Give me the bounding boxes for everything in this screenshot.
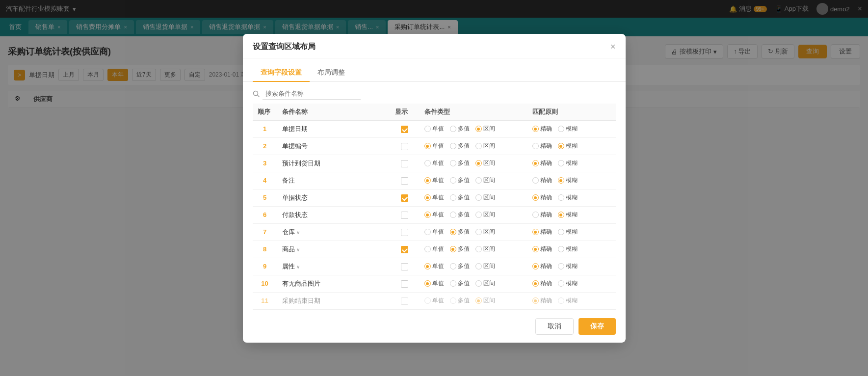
match-radio-item[interactable]: 模糊 <box>558 262 578 270</box>
modal-search-area <box>243 82 626 104</box>
cell-name: 单据状态 <box>277 189 390 206</box>
type-radio-item[interactable]: 多值 <box>450 125 470 133</box>
type-radio-item[interactable]: 多值 <box>450 159 470 167</box>
cancel-btn[interactable]: 取消 <box>535 318 574 335</box>
show-checkbox[interactable] <box>401 229 408 236</box>
type-radio-item[interactable]: 多值 <box>450 176 470 185</box>
show-checkbox[interactable] <box>401 160 408 167</box>
radio-circle <box>475 194 482 201</box>
cell-show[interactable] <box>390 172 420 189</box>
show-checkbox[interactable] <box>401 280 408 288</box>
modal-overlay[interactable]: 设置查询区域布局 × 查询字段设置 布局调整 顺 <box>0 0 868 376</box>
type-radio-item[interactable]: 多值 <box>450 245 470 253</box>
radio-label: 单值 <box>432 142 444 150</box>
type-radio-item[interactable]: 区间 <box>475 176 495 185</box>
type-radio-item[interactable]: 多值 <box>450 211 470 219</box>
match-radio-item[interactable]: 精确 <box>532 159 552 167</box>
match-radio-item[interactable]: 精确 <box>532 245 552 253</box>
radio-label: 区间 <box>483 279 495 288</box>
type-radio-item[interactable]: 区间 <box>475 193 495 202</box>
match-radio-item[interactable]: 模糊 <box>558 279 578 288</box>
match-radio-item[interactable]: 精确 <box>532 296 552 305</box>
type-radio-item[interactable]: 单值 <box>424 228 444 236</box>
radio-label: 多值 <box>458 125 470 133</box>
type-radio-item[interactable]: 单值 <box>424 262 444 270</box>
type-radio-item[interactable]: 单值 <box>424 159 444 167</box>
save-btn[interactable]: 保存 <box>579 318 616 335</box>
match-radio-item[interactable]: 模糊 <box>558 211 578 219</box>
show-checkbox[interactable] <box>401 126 408 133</box>
type-radio-item[interactable]: 单值 <box>424 296 444 305</box>
show-checkbox[interactable] <box>401 177 408 185</box>
type-radio-item[interactable]: 区间 <box>475 211 495 219</box>
type-radio-item[interactable]: 单值 <box>424 142 444 150</box>
show-checkbox[interactable] <box>401 246 408 253</box>
match-radio-item[interactable]: 模糊 <box>558 159 578 167</box>
match-radio-item[interactable]: 精确 <box>532 211 552 219</box>
type-radio-item[interactable]: 区间 <box>475 262 495 270</box>
type-radio-item[interactable]: 单值 <box>424 125 444 133</box>
type-radio-item[interactable]: 单值 <box>424 176 444 185</box>
cell-name: 有无商品图片 <box>277 275 390 292</box>
type-radio-item[interactable]: 单值 <box>424 193 444 202</box>
type-radio-item[interactable]: 区间 <box>475 279 495 288</box>
radio-label: 模糊 <box>566 262 578 270</box>
match-radio-item[interactable]: 精确 <box>532 142 552 150</box>
type-radio-item[interactable]: 单值 <box>424 211 444 219</box>
show-checkbox[interactable] <box>401 263 408 270</box>
cell-show[interactable] <box>390 292 420 309</box>
show-checkbox[interactable] <box>401 212 408 219</box>
type-radio-item[interactable]: 多值 <box>450 193 470 202</box>
match-radio-item[interactable]: 模糊 <box>558 245 578 253</box>
match-radio-item[interactable]: 模糊 <box>558 228 578 236</box>
modal-footer: 取消 保存 <box>243 310 626 343</box>
cell-order: 8 <box>253 241 277 258</box>
type-radio-item[interactable]: 单值 <box>424 245 444 253</box>
search-input[interactable] <box>263 88 361 100</box>
modal-close-btn[interactable]: × <box>610 42 616 51</box>
match-radio-item[interactable]: 精确 <box>532 125 552 133</box>
show-checkbox[interactable] <box>401 143 408 150</box>
type-radio-item[interactable]: 区间 <box>475 125 495 133</box>
type-radio-item[interactable]: 多值 <box>450 296 470 305</box>
show-checkbox[interactable] <box>401 194 408 202</box>
cell-show[interactable] <box>390 275 420 292</box>
match-radio-item[interactable]: 精确 <box>532 228 552 236</box>
match-radio-item[interactable]: 模糊 <box>558 142 578 150</box>
type-radio-item[interactable]: 区间 <box>475 245 495 253</box>
type-radio-item[interactable]: 多值 <box>450 262 470 270</box>
tab-query-fields[interactable]: 查询字段设置 <box>253 64 310 82</box>
radio-circle <box>475 229 482 235</box>
type-radio-item[interactable]: 区间 <box>475 142 495 150</box>
cell-show[interactable] <box>390 223 420 241</box>
match-radio-item[interactable]: 模糊 <box>558 193 578 202</box>
type-radio-item[interactable]: 多值 <box>450 279 470 288</box>
match-radio-item[interactable]: 模糊 <box>558 125 578 133</box>
cell-match: 精确模糊 <box>527 189 616 206</box>
match-radio-item[interactable]: 精确 <box>532 176 552 185</box>
type-radio-item[interactable]: 单值 <box>424 279 444 288</box>
cell-show[interactable] <box>390 241 420 258</box>
cell-show[interactable] <box>390 155 420 172</box>
radio-label: 区间 <box>483 142 495 150</box>
tab-layout-adjust[interactable]: 布局调整 <box>310 64 353 82</box>
cell-show[interactable] <box>390 137 420 155</box>
cell-show[interactable] <box>390 189 420 206</box>
type-radio-item[interactable]: 区间 <box>475 296 495 305</box>
cell-show[interactable] <box>390 258 420 275</box>
cell-show[interactable] <box>390 206 420 223</box>
type-radio-item[interactable]: 多值 <box>450 228 470 236</box>
type-radio-item[interactable]: 区间 <box>475 159 495 167</box>
show-checkbox[interactable] <box>401 297 408 305</box>
radio-circle <box>450 212 456 218</box>
radio-circle <box>532 194 539 201</box>
match-radio-item[interactable]: 精确 <box>532 279 552 288</box>
match-radio-item[interactable]: 精确 <box>532 193 552 202</box>
match-radio-item[interactable]: 模糊 <box>558 296 578 305</box>
type-radio-item[interactable]: 多值 <box>450 142 470 150</box>
tab-layout-adjust-label: 布局调整 <box>317 68 345 76</box>
cell-show[interactable] <box>390 120 420 137</box>
type-radio-item[interactable]: 区间 <box>475 228 495 236</box>
match-radio-item[interactable]: 模糊 <box>558 176 578 185</box>
match-radio-item[interactable]: 精确 <box>532 262 552 270</box>
